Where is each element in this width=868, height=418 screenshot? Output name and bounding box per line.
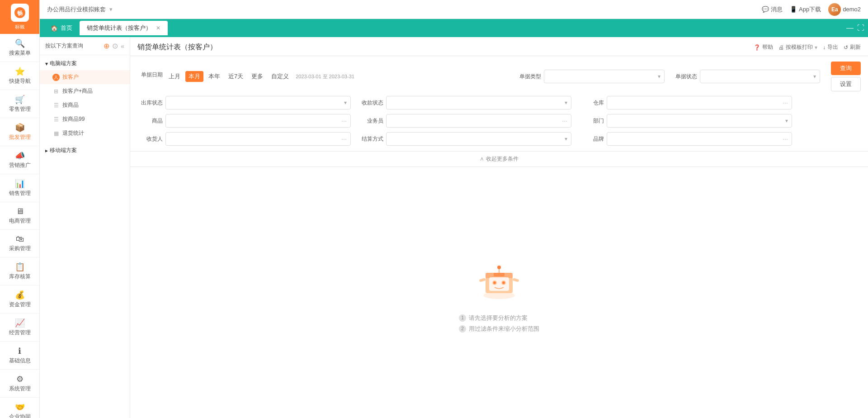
- refresh-button[interactable]: ↺ 刷新: [844, 43, 861, 51]
- collapse-bar[interactable]: ∧ 收起更多条件: [130, 152, 868, 167]
- sidebar-item-label: 零售管理: [9, 105, 31, 113]
- export-icon: ↓: [823, 44, 826, 51]
- filter-row-2: 出库状态 ▾ 收款状态 ▾ 仓库: [137, 96, 861, 109]
- date-btn-this-year[interactable]: 本年: [205, 71, 223, 82]
- search-icon: 🔍: [15, 38, 25, 48]
- scheme-settings-icon[interactable]: ⊙: [112, 42, 118, 50]
- date-btn-custom[interactable]: 自定义: [268, 71, 292, 82]
- department-chevron: ▾: [785, 118, 788, 124]
- tip-num-2: 2: [459, 325, 466, 332]
- page-title-actions: ❓ 帮助 🖨 按模板打印 ▾ ↓ 导出 ↺ 刷新: [754, 43, 861, 51]
- scheme-item-by-product-99[interactable]: ☰ 按商品99: [40, 112, 130, 126]
- date-btn-last-month[interactable]: 上月: [165, 71, 184, 82]
- tab-close-icon[interactable]: ✕: [156, 25, 160, 31]
- svg-text:畅: 畅: [17, 10, 23, 16]
- receiver-input[interactable]: ···: [165, 132, 351, 146]
- query-button[interactable]: 查询: [831, 62, 861, 75]
- top-header: 办公用品行业模拟账套 ▾ 💬 消息 📱 App下载 Ea demo2: [40, 0, 868, 19]
- sidebar-item-purchase[interactable]: 🛍 采购管理: [0, 230, 39, 257]
- sidebar-item-basicinfo[interactable]: ℹ 基础信息: [0, 342, 39, 370]
- sidebar-item-label: 采购管理: [9, 245, 31, 252]
- date-btn-this-month[interactable]: 本月: [185, 71, 203, 82]
- warehouse-input[interactable]: ···: [607, 96, 792, 109]
- inventory-icon: 📋: [15, 262, 25, 272]
- scheme-item-label: 按商品99: [62, 115, 85, 123]
- scheme-item-label: 退货统计: [62, 129, 84, 137]
- sidebar-item-collab[interactable]: 🤝 企业协同: [0, 398, 39, 418]
- brand-input[interactable]: ···: [607, 132, 792, 146]
- tab-minimize-icon[interactable]: —: [846, 24, 854, 32]
- sidebar-item-label: 系统管理: [9, 385, 31, 393]
- retail-icon: 🛒: [15, 95, 25, 104]
- filter-field-product: 商品 ···: [137, 114, 351, 128]
- filter-field-order-status: 单据状态 ▾: [672, 70, 820, 83]
- setting-button[interactable]: 设置: [831, 77, 861, 91]
- salesperson-input[interactable]: ···: [386, 114, 571, 128]
- header-dropdown-icon[interactable]: ▾: [109, 6, 113, 13]
- sidebar-item-retail[interactable]: 🛒 零售管理: [0, 90, 39, 118]
- svg-rect-5: [494, 273, 505, 276]
- date-label: 单据日期: [137, 71, 163, 79]
- user-name: demo2: [843, 6, 861, 13]
- user-profile[interactable]: Ea demo2: [828, 3, 861, 16]
- receiver-label: 收货人: [137, 135, 163, 143]
- filter-field-out-status: 出库状态 ▾: [137, 96, 351, 109]
- refresh-label: 刷新: [850, 43, 861, 51]
- empty-tip-2: 2 用过滤条件来缩小分析范围: [459, 325, 539, 333]
- sidebar-item-wholesale[interactable]: 📦 批发管理: [0, 118, 39, 146]
- sidebar-item-operations[interactable]: 📈 经营管理: [0, 314, 39, 342]
- filter-row-1: 单据日期 上月 本月 本年 近7天 更多 自定义 2023-03-01 至 20…: [137, 62, 861, 91]
- header-left: 办公用品行业模拟账套 ▾: [47, 5, 113, 14]
- department-input[interactable]: ▾: [607, 114, 792, 128]
- sidebar-item-ecommerce[interactable]: 🖥 电商管理: [0, 202, 39, 230]
- sidebar-item-marketing[interactable]: 📣 营销推广: [0, 146, 39, 174]
- date-btn-more[interactable]: 更多: [248, 71, 266, 82]
- order-type-input[interactable]: ▾: [544, 70, 664, 83]
- sidebar-item-quicknav[interactable]: ⭐ 快捷导航: [0, 62, 39, 90]
- date-btn-7days[interactable]: 近7天: [225, 71, 246, 82]
- sidebar: 畅 标账 🔍 搜索菜单 ⭐ 快捷导航 🛒 零售管理 📦 批发管理 📣 营销推广 …: [0, 0, 40, 418]
- scheme-group-desktop-title[interactable]: 电脑端方案: [40, 57, 130, 70]
- help-icon: ❓: [754, 44, 760, 51]
- date-range-text: 2023-03-01 至 2023-03-31: [296, 73, 354, 80]
- settle-method-input[interactable]: ▾: [386, 132, 571, 146]
- scheme-item-return-stats[interactable]: ▦ 退货统计: [40, 126, 130, 140]
- scheme-item-by-product[interactable]: ☰ 按商品: [40, 98, 130, 112]
- scheme-item-customer-product[interactable]: ⊞ 按客户+商品: [40, 84, 130, 98]
- sidebar-item-sales[interactable]: 📊 销售管理: [0, 174, 39, 202]
- out-status-chevron: ▾: [344, 100, 347, 106]
- sales-icon: 📊: [15, 179, 25, 189]
- sidebar-item-label: 批发管理: [9, 133, 31, 141]
- print-button[interactable]: 🖨 按模板打印 ▾: [778, 43, 817, 51]
- order-type-chevron: ▾: [658, 73, 660, 80]
- sidebar-item-search[interactable]: 🔍 搜索菜单: [0, 34, 39, 62]
- filter-field-settle-method: 结算方式 ▾: [358, 132, 571, 146]
- app-download-button[interactable]: 📱 App下载: [790, 5, 821, 14]
- collect-status-input[interactable]: ▾: [386, 96, 571, 109]
- message-button[interactable]: 💬 消息: [762, 5, 783, 14]
- tab-home[interactable]: 🏠 首页: [43, 21, 80, 35]
- svg-point-9: [493, 281, 496, 284]
- out-status-input[interactable]: ▾: [165, 96, 351, 109]
- scheme-add-icon[interactable]: ⊕: [104, 42, 109, 50]
- order-status-input[interactable]: ▾: [700, 70, 820, 83]
- product-input[interactable]: ···: [165, 114, 351, 128]
- export-button[interactable]: ↓ 导出: [823, 43, 838, 51]
- scheme-item-by-customer[interactable]: 人 按客户: [40, 70, 130, 84]
- scheme-collapse-icon[interactable]: [121, 43, 124, 50]
- brand-label: 品牌: [579, 135, 604, 143]
- scheme-group-mobile-title[interactable]: 移动端方案: [40, 144, 130, 157]
- export-label: 导出: [827, 43, 838, 51]
- scheme-header-actions: ⊕ ⊙: [104, 42, 124, 50]
- salesperson-label: 业务员: [358, 117, 383, 125]
- help-button[interactable]: ❓ 帮助: [754, 43, 773, 51]
- sidebar-item-inventory[interactable]: 📋 库存核算: [0, 257, 39, 285]
- right-content-area: 销货单统计表（按客户） ❓ 帮助 🖨 按模板打印 ▾ ↓ 导出: [130, 37, 868, 418]
- print-label: 按模板打印: [786, 43, 813, 51]
- tab-sales-report[interactable]: 销货单统计表（按客户） ✕: [80, 21, 168, 35]
- sidebar-item-finance[interactable]: 💰 资金管理: [0, 285, 39, 314]
- tab-expand-icon[interactable]: ⛶: [857, 24, 864, 32]
- sidebar-item-system[interactable]: ⚙ 系统管理: [0, 370, 39, 398]
- scheme-item-label: 按客户+商品: [62, 87, 93, 95]
- main-content: 办公用品行业模拟账套 ▾ 💬 消息 📱 App下载 Ea demo2 🏠 首页: [40, 0, 868, 418]
